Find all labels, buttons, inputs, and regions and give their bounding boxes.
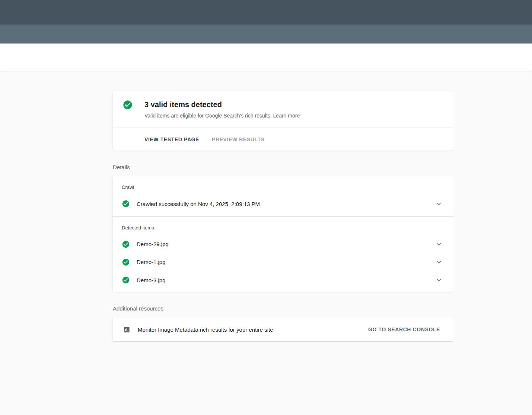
resource-row: Monitor Image Metadata rich results for …	[113, 318, 453, 341]
details-card: Crawl Crawled successfully on Nov 4, 202…	[113, 176, 453, 292]
detected-item-name: Demo-1.jpg	[137, 259, 166, 265]
crawl-check-icon	[122, 200, 130, 208]
crawl-label: Crawl	[122, 184, 444, 190]
detected-items-label: Detected items	[122, 225, 444, 231]
chevron-down-icon[interactable]	[434, 257, 444, 267]
item-check-icon	[122, 276, 130, 284]
learn-more-link[interactable]: Learn more	[273, 113, 300, 119]
additional-resources-heading: Additional resources	[113, 305, 453, 312]
crawl-status-text: Crawled successfully on Nov 4, 2025, 2:0…	[137, 201, 260, 207]
app-header	[0, 0, 532, 71]
summary-subtitle: Valid items are eligible for Google Sear…	[144, 112, 300, 119]
chevron-down-icon[interactable]	[434, 199, 444, 209]
view-tested-page-button[interactable]: VIEW TESTED PAGE	[141, 133, 202, 145]
header-subheader-bar	[0, 44, 532, 71]
go-to-search-console-link[interactable]: GO TO SEARCH CONSOLE	[365, 324, 443, 335]
detected-item-name: Demo-3.jpg	[137, 277, 166, 283]
chevron-down-icon[interactable]	[434, 239, 444, 249]
crawl-status-row[interactable]: Crawled successfully on Nov 4, 2025, 2:0…	[122, 195, 444, 213]
chevron-down-icon[interactable]	[434, 275, 444, 285]
summary-top: 3 valid items detected Valid items are e…	[113, 91, 453, 128]
summary-subtitle-text: Valid items are eligible for Google Sear…	[144, 113, 272, 119]
header-toolbar-bar	[0, 25, 532, 44]
resource-label: Monitor Image Metadata rich results for …	[138, 326, 273, 333]
item-check-icon	[122, 240, 130, 248]
detected-item-row[interactable]: Demo-1.jpg	[122, 253, 444, 271]
results-content: 3 valid items detected Valid items are e…	[0, 71, 453, 341]
resources-card: Monitor Image Metadata rich results for …	[113, 318, 453, 341]
detected-item-name: Demo-29.jpg	[137, 241, 169, 247]
details-heading: Details	[113, 164, 453, 170]
bar-chart-icon	[123, 326, 130, 333]
item-check-icon	[122, 258, 130, 266]
detected-items-section: Detected items Demo-29.jpg Demo-1.jpg	[113, 217, 453, 292]
summary-title: 3 valid items detected	[144, 100, 300, 109]
crawl-section: Crawl Crawled successfully on Nov 4, 202…	[113, 176, 453, 216]
detected-item-row[interactable]: Demo-29.jpg	[122, 235, 444, 253]
summary-actions: VIEW TESTED PAGE PREVIEW RESULTS	[113, 128, 453, 151]
summary-card: 3 valid items detected Valid items are e…	[113, 91, 453, 151]
detected-item-row[interactable]: Demo-3.jpg	[122, 271, 444, 289]
header-dark-bar	[0, 0, 532, 25]
summary-text: 3 valid items detected Valid items are e…	[144, 100, 300, 119]
valid-check-icon	[122, 100, 133, 110]
preview-results-button[interactable]: PREVIEW RESULTS	[209, 133, 268, 145]
